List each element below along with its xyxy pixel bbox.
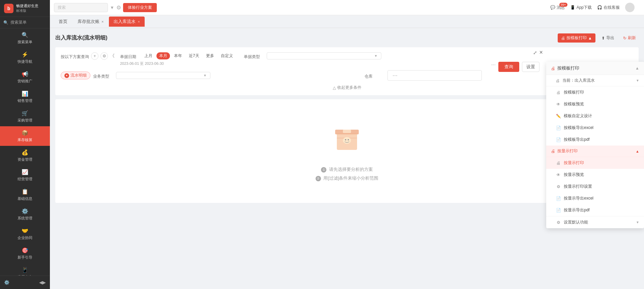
warehouse-select[interactable]: ··· — [387, 70, 482, 81]
industry-btn[interactable]: 体验行业方案 — [123, 3, 157, 12]
svg-point-6 — [348, 139, 349, 140]
hint-number-2: ② — [316, 176, 321, 181]
sidebar-item-marketing[interactable]: 📢 营销推广 — [0, 68, 50, 87]
collapse-icon[interactable]: ◀▶ — [39, 280, 46, 285]
topbar-search-area: 搜索 ▼ ⚙ 体验行业方案 — [54, 3, 548, 12]
sidebar-item-enterprise[interactable]: 🤝 企业协同 — [0, 224, 50, 244]
hint-text-1: 请先选择要分析的方案 — [329, 167, 373, 172]
enterprise-icon: 🤝 — [22, 228, 28, 234]
sidebar-item-search[interactable]: 🔍 搜索菜单 — [0, 28, 50, 48]
tab-in-out-flow[interactable]: 出入库流水 × — [109, 17, 144, 27]
refresh-btn[interactable]: ↻ 刷新 — [620, 34, 639, 42]
dropdown-display-print[interactable]: 🖨 按显示打印 — [546, 157, 644, 169]
dropdown-template-preview[interactable]: 👁 按模板预览 — [546, 98, 644, 110]
template-preview-label: 按模板预览 — [564, 101, 584, 107]
quick-nav-label: 快捷导航 — [18, 59, 32, 64]
current-template-icon: 🖨 — [556, 78, 560, 83]
sidebar-item-quick-nav[interactable]: ⚡ 快捷导航 — [0, 48, 50, 68]
sidebar-item-sales[interactable]: 📊 销售管理 — [0, 87, 50, 107]
dropdown-template-excel[interactable]: 📄 按模板导出excel — [546, 122, 644, 134]
filter-collapse-btn[interactable]: 《 — [110, 53, 115, 59]
display-section-icon: 🖨 — [551, 149, 555, 154]
dropdown-footer-settings[interactable]: ⚙ 设置默认功能 ▼ — [546, 216, 644, 228]
marketing-label: 营销推广 — [18, 79, 32, 84]
date-tab-last7[interactable]: 近7天 — [186, 52, 202, 59]
dropdown-display-pdf[interactable]: 📄 按显示导出pdf — [546, 204, 644, 216]
filter-add-btn[interactable]: + — [91, 52, 98, 60]
operations-label: 经营管理 — [18, 177, 32, 182]
system-icon: ⚙️ — [22, 208, 28, 214]
sidebar-item-purchase[interactable]: 🛒 采购管理 — [0, 107, 50, 126]
dropdown-template-custom[interactable]: ✏️ 模板自定义设计 — [546, 110, 644, 122]
tabbar: 首页 库存批次账 × 出入库流水 × — [50, 15, 644, 28]
right-action-area: ··· 查询 设置 — [491, 62, 539, 72]
date-tab-more[interactable]: 更多 — [203, 52, 217, 59]
app-badge: 标准版 — [16, 8, 38, 13]
svg-rect-2 — [343, 130, 351, 133]
dropdown-display-excel[interactable]: 📄 按显示导出excel — [546, 192, 644, 204]
dropdown-display-section: 🖨 按显示打印 ▲ — [546, 146, 644, 157]
panel-close-btn[interactable]: × — [539, 49, 543, 56]
doc-type-select[interactable]: ▼ — [267, 52, 381, 59]
date-filter: 单据日期 上月 本月 本年 近7天 更多 自定义 2023-06-01 至 20… — [120, 52, 236, 66]
tab-batch-account[interactable]: 库存批次账 × — [73, 17, 108, 27]
finance-label: 资金管理 — [18, 157, 32, 162]
date-tab-this-year[interactable]: 本年 — [171, 52, 185, 59]
sidebar-item-inventory[interactable]: 📦 库存核算 — [0, 126, 50, 146]
current-arrow-icon: ▼ — [636, 79, 639, 82]
settings-btn-right[interactable]: 设置 — [522, 62, 539, 72]
dropdown-display-settings[interactable]: ⚙ 按显示打印设置 — [546, 181, 644, 192]
purchase-icon: 🛒 — [22, 110, 28, 116]
dropdown-template-pdf[interactable]: 📄 按模板导出pdf — [546, 134, 644, 146]
dropdown-template-print[interactable]: 🖨 按模板打印 — [546, 86, 644, 98]
dropdown-collapse-btn[interactable]: ▲ — [635, 66, 639, 71]
sidebar-item-basic-info[interactable]: 📋 基础信息 — [0, 185, 50, 205]
more-dots-btn[interactable]: ··· — [491, 62, 496, 72]
dropdown-display-preview[interactable]: 👁 按显示预览 — [546, 169, 644, 181]
export-btn[interactable]: ⬆ 导出 — [599, 34, 617, 42]
search-dropdown-icon[interactable]: ▼ — [110, 5, 114, 10]
warehouse-more-icon[interactable]: ··· — [391, 72, 399, 79]
dropdown-current-item[interactable]: 🖨 当前：出入库流水 ▼ — [546, 75, 644, 86]
tab-batch-close[interactable]: × — [101, 20, 104, 24]
online-service-btn[interactable]: 🎧 在线客服 — [597, 5, 620, 10]
user-avatar[interactable] — [625, 3, 635, 12]
app-download-btn[interactable]: 📱 App下载 — [570, 5, 592, 10]
logo-icon: b — [4, 4, 13, 13]
app-logo: b 畅捷通好生意 标准版 — [0, 0, 50, 17]
date-tab-prev-month[interactable]: 上月 — [142, 52, 155, 59]
filter-tag[interactable]: ✦ 流水明细 — [61, 72, 90, 79]
sidebar-item-finance[interactable]: 💰 资金管理 — [0, 146, 50, 165]
display-settings-icon: ⚙ — [556, 184, 561, 189]
tab-home[interactable]: 首页 — [54, 17, 72, 27]
topbar-settings-icon[interactable]: ⚙ — [116, 4, 121, 11]
message-badge: 99+ — [559, 3, 567, 7]
content-area: 出入库流水(流水明细) 🖨 按模板打印 ▲ ⬆ 导出 ↻ 刷新 — [50, 28, 644, 289]
sidebar-search[interactable]: 🔍 搜索菜单 — [0, 17, 50, 28]
display-section-toggle[interactable]: ▲ — [636, 149, 639, 153]
footer-settings-label: 设置默认功能 — [564, 219, 588, 225]
sidebar-item-operations[interactable]: 📈 经营管理 — [0, 165, 50, 185]
print-template-btn[interactable]: 🖨 按模板打印 ▲ — [558, 33, 595, 43]
tab-flow-close[interactable]: × — [138, 20, 140, 24]
sidebar-item-newbie[interactable]: 🎯 新手引导 — [0, 244, 50, 263]
query-btn[interactable]: 查询 — [498, 62, 519, 72]
doc-type-label: 单据类型 — [244, 52, 264, 60]
biz-type-select[interactable]: ▼ — [116, 72, 210, 79]
date-tab-custom[interactable]: 自定义 — [218, 52, 236, 59]
sidebar-item-system[interactable]: ⚙️ 系统管理 — [0, 205, 50, 224]
settings-icon[interactable]: ⚙️ — [4, 280, 9, 285]
display-print-icon: 🖨 — [556, 160, 561, 166]
biz-type-label: 业务类型 — [93, 72, 113, 79]
template-excel-label: 按模板导出excel — [564, 125, 593, 131]
app-center-icon: 📱 — [22, 267, 28, 273]
message-btn[interactable]: 💬 消息 99+ — [550, 5, 565, 10]
sidebar-item-app-center[interactable]: 📱 应用中心 — [0, 263, 50, 275]
panel-expand-btn[interactable]: ⤢ — [533, 50, 537, 55]
display-excel-label: 按显示导出excel — [564, 195, 593, 201]
topbar-search-box[interactable]: 搜索 — [54, 3, 108, 12]
template-custom-label: 模板自定义设计 — [564, 113, 592, 119]
footer-settings-icon: ⚙ — [556, 220, 561, 225]
date-tab-current-month[interactable]: 本月 — [156, 52, 170, 59]
filter-settings-btn[interactable]: ⚙ — [100, 52, 108, 60]
